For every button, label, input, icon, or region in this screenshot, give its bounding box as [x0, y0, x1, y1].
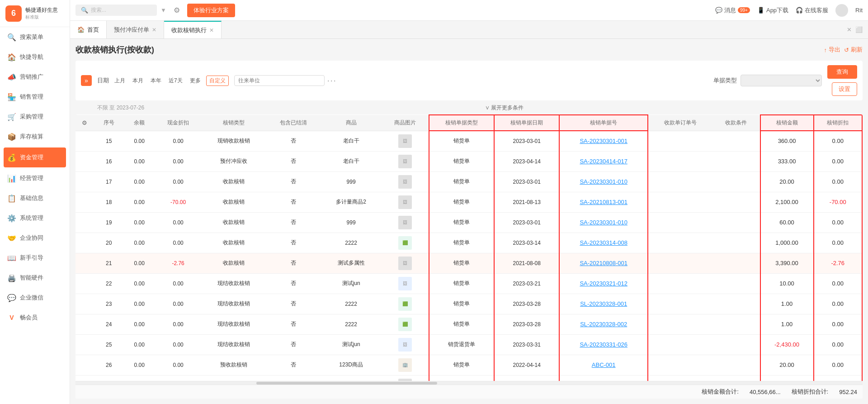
cell-writeoff-voucher-type: 销货单 [429, 314, 494, 334]
sidebar-item-operations[interactable]: 📊 经营管理 [0, 168, 70, 188]
voucher-no-link[interactable]: SA-20230301-010 [580, 219, 627, 226]
cell-balance: 0.00 [124, 212, 154, 233]
sidebar-item-sales[interactable]: 🏪 销售管理 [0, 87, 70, 107]
tab-actions: ✕ ⬜ [841, 21, 868, 38]
cell-writeoff-type: 现销收款核销 [202, 131, 265, 151]
cell-writeoff-voucher-no[interactable]: SA-20230301-010 [559, 212, 648, 233]
refresh-button[interactable]: ↺ 刷新 [844, 46, 863, 54]
cell-writeoff-amount: 20.00 [760, 171, 814, 192]
cell-writeoff-discount: 0.00 [814, 233, 862, 253]
gear-icon[interactable]: ⚙ [82, 119, 87, 126]
cell-collection-order-no [648, 334, 712, 355]
cell-writeoff-voucher-no[interactable]: SA-20230314-008 [559, 233, 648, 253]
sidebar-item-enterprise[interactable]: 🤝 企业协同 [0, 228, 70, 248]
sidebar-item-member[interactable]: V 畅会员 [0, 308, 70, 328]
voucher-no-link[interactable]: ABC-001 [592, 361, 616, 368]
voucher-no-link[interactable]: SA-20210808-001 [580, 260, 627, 266]
cell-collection-condition [712, 131, 760, 151]
cell-cash-discount: 0.00 [155, 334, 202, 355]
tab-prepay[interactable]: 预付冲应付单 ✕ [107, 21, 164, 38]
cell-writeoff-voucher-no[interactable]: SA-20230331-026 [559, 334, 648, 355]
filter-expand-button[interactable]: » [81, 75, 92, 86]
last-7days-btn[interactable]: 近7天 [167, 76, 184, 86]
cell-gear [75, 294, 94, 314]
voucher-no-link[interactable]: SL-20230328-001 [580, 300, 627, 307]
product-image: 🖼 [398, 338, 412, 352]
voucher-no-link[interactable]: SA-20210813-001 [580, 199, 627, 205]
cell-writeoff-voucher-no[interactable]: SA-20230321-012 [559, 273, 648, 294]
sidebar-item-system[interactable]: ⚙️ 系统管理 [0, 208, 70, 228]
sidebar-item-guide[interactable]: 📖 新手引导 [0, 248, 70, 268]
sidebar-item-label: 企业协同 [20, 234, 43, 242]
tab-home[interactable]: 🏠 首页 [70, 21, 107, 38]
product-image: 🖼 [398, 195, 412, 209]
sidebar-item-marketing[interactable]: 📣 营销推广 [0, 67, 70, 87]
sidebar-item-purchase[interactable]: 🛒 采购管理 [0, 107, 70, 127]
cell-writeoff-discount: 0.00 [814, 355, 862, 375]
cell-gear [75, 212, 94, 233]
cell-collection-order-no [648, 151, 712, 171]
sidebar-item-inventory[interactable]: 📦 库存核算 [0, 127, 70, 147]
cell-writeoff-voucher-no[interactable]: SL-20230328-002 [559, 314, 648, 334]
messages-button[interactable]: 💬 消息 99+ [715, 6, 750, 14]
sidebar-item-smart-hw[interactable]: 🖨️ 智能硬件 [0, 268, 70, 288]
cell-collection-condition [712, 171, 760, 192]
cell-writeoff-voucher-no[interactable]: SA-20230414-017 [559, 151, 648, 171]
cell-collection-order-no [648, 314, 712, 334]
table-scroll[interactable]: ⚙ 序号 余额 现金折扣 核销类型 包含已结清 商品 商品图片 核销单据类型 核… [75, 114, 863, 381]
col-gear[interactable]: ⚙ [75, 115, 94, 131]
cell-writeoff-voucher-type: 销货单 [429, 233, 494, 253]
cell-product-img: 🟩 [381, 314, 429, 334]
this-year-btn[interactable]: 本年 [149, 76, 163, 86]
filter-settings-button[interactable]: 设置 [832, 82, 857, 96]
cell-writeoff-amount: -2,430.00 [760, 334, 814, 355]
sidebar-item-quick-nav[interactable]: 🏠 快捷导航 [0, 47, 70, 67]
tab-close-icon[interactable]: ✕ [152, 27, 156, 33]
sidebar-item-finance[interactable]: 💰 资金管理 [4, 147, 66, 167]
cell-writeoff-voucher-no[interactable]: SA-20210813-001 [559, 192, 648, 212]
voucher-no-link[interactable]: SA-20230314-008 [580, 239, 627, 246]
export-button[interactable]: ↑ 导出 [824, 46, 841, 54]
voucher-type-select[interactable] [741, 75, 822, 86]
app-download-button[interactable]: 📱 App下载 [757, 6, 788, 14]
table-row: 23 0.00 0.00 现结收款核销 否 2222 🟩 销货单 2023-03… [75, 294, 862, 314]
expand-more-btn[interactable]: ∨ 展开更多条件 [151, 104, 857, 112]
cell-writeoff-voucher-date: 2023-04-08 [494, 375, 559, 381]
unit-input[interactable] [234, 75, 325, 86]
horizontal-scrollbar[interactable] [75, 381, 863, 385]
finance-icon: 💰 [7, 153, 16, 162]
avatar[interactable] [835, 4, 848, 17]
cell-balance: 0.00 [124, 294, 154, 314]
last-month-btn[interactable]: 上月 [113, 76, 127, 86]
voucher-no-link[interactable]: SL-20230328-002 [580, 321, 627, 328]
sidebar-item-wechat[interactable]: 💬 企业微信 [0, 288, 70, 308]
maximize-icon[interactable]: ⬜ [855, 26, 863, 33]
close-window-icon[interactable]: ✕ [847, 26, 852, 33]
search-box[interactable]: 🔍 搜索... [75, 5, 157, 16]
scrollbar-thumb[interactable] [256, 382, 437, 385]
cell-writeoff-voucher-no[interactable]: SL-20230328-001 [559, 294, 648, 314]
cell-writeoff-voucher-no[interactable]: SA-20230301-010 [559, 171, 648, 192]
voucher-no-link[interactable]: SA-20230301-001 [580, 138, 627, 144]
sidebar-item-search[interactable]: 🔍 搜索菜单 [0, 27, 70, 47]
tab-collection[interactable]: 收款核销执行 ✕ [164, 21, 222, 38]
cell-writeoff-voucher-no[interactable]: SL-20230408-001 [559, 375, 648, 381]
online-service-button[interactable]: 🎧 在线客服 [796, 6, 828, 14]
more-date-btn[interactable]: 更多 [188, 76, 203, 86]
voucher-no-link[interactable]: SA-20230414-017 [580, 158, 627, 165]
this-month-btn[interactable]: 本月 [131, 76, 145, 86]
settings-icon[interactable]: ⚙ [170, 4, 184, 17]
sidebar-item-basic[interactable]: 📋 基础信息 [0, 188, 70, 208]
cell-writeoff-voucher-no[interactable]: SA-20210808-001 [559, 253, 648, 273]
industry-solution-button[interactable]: 体验行业方案 [187, 4, 235, 17]
tab-close-icon[interactable]: ✕ [209, 27, 214, 33]
voucher-no-link[interactable]: SA-20230331-026 [580, 341, 627, 348]
voucher-no-link[interactable]: SA-20230321-012 [580, 280, 627, 287]
cell-writeoff-voucher-no[interactable]: ABC-001 [559, 355, 648, 375]
col-writeoff-type: 核销类型 [202, 115, 265, 131]
cell-writeoff-voucher-no[interactable]: SA-20230301-001 [559, 131, 648, 151]
query-button[interactable]: 查询 [827, 65, 857, 79]
voucher-no-link[interactable]: SA-20230301-010 [580, 178, 627, 185]
custom-date-btn[interactable]: 自定义 [206, 76, 229, 86]
col-writeoff-voucher-type: 核销单据类型 [429, 115, 494, 131]
